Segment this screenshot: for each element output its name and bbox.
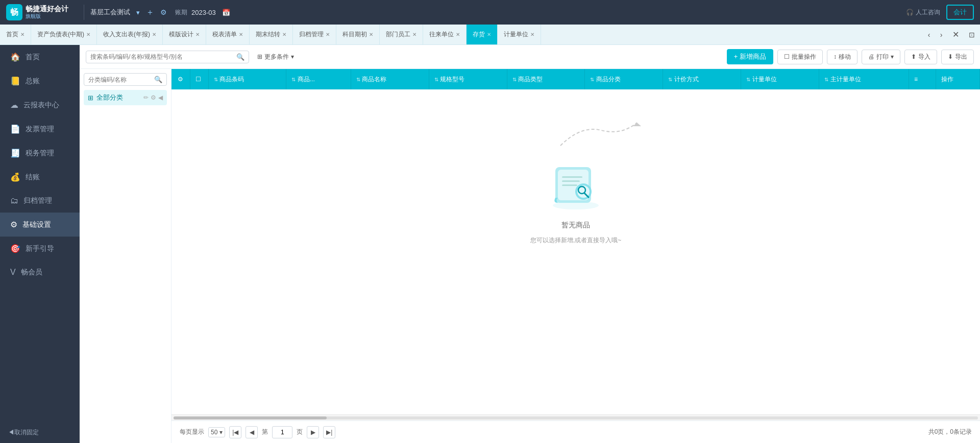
tab-next-button[interactable]: › <box>935 25 947 45</box>
company-dropdown[interactable]: ▾ <box>136 9 140 16</box>
prev-page-button[interactable]: ◀ <box>246 426 258 438</box>
next-page-button[interactable]: ▶ <box>307 426 319 438</box>
sidebar-item-archive-label: 归档管理 <box>23 196 52 205</box>
search-icon[interactable]: 🔍 <box>236 53 244 61</box>
sort-icon[interactable]: ⇅ <box>590 77 594 82</box>
add-product-button[interactable]: + 新增商品 <box>727 49 773 64</box>
category-collapse-icon[interactable]: ◀ <box>158 94 163 101</box>
sidebar-item-settlement-label: 结账 <box>26 173 40 182</box>
tab-close-tax-list[interactable]: ✕ <box>239 32 243 37</box>
sidebar-item-invoice[interactable]: 📄 发票管理 <box>0 117 80 141</box>
category-search-icon[interactable]: 🔍 <box>154 76 162 83</box>
category-settings-icon[interactable]: ⚙ <box>151 94 156 101</box>
sidebar-item-tax[interactable]: 🧾 税务管理 <box>0 141 80 165</box>
sort-icon[interactable]: ⇅ <box>434 77 438 82</box>
sidebar-item-home[interactable]: 🏠 首页 <box>0 45 80 69</box>
account-button[interactable]: 会计 <box>946 5 974 20</box>
tab-close-income[interactable]: ✕ <box>152 32 156 37</box>
more-filter-button[interactable]: ⊞ 更多条件 ▾ <box>253 51 298 63</box>
tab-prev-button[interactable]: ‹ <box>923 25 935 45</box>
tab-unit[interactable]: 计量单位 ✕ <box>498 25 541 44</box>
col-barcode: ⇅ 商品条码 <box>208 69 286 89</box>
sort-icon[interactable]: ⇅ <box>291 77 296 82</box>
category-edit-icon[interactable]: ✏ <box>143 94 149 101</box>
tab-period-carry[interactable]: 期末结转 ✕ <box>250 25 293 44</box>
first-page-button[interactable]: |◀ <box>229 426 241 438</box>
empty-illustration <box>543 157 609 215</box>
per-page-select[interactable]: 50 ▾ <box>208 427 225 437</box>
tab-home[interactable]: 首页 ✕ <box>0 25 31 44</box>
period-value: 2023-03 <box>191 9 216 16</box>
tab-tax-list[interactable]: 税表清单 ✕ <box>206 25 250 44</box>
tab-expand-button[interactable]: ⊡ <box>964 25 980 45</box>
page-label: 第 <box>262 428 268 436</box>
col-unit: ⇅ 计量单位 <box>741 69 819 89</box>
sidebar-item-ledger[interactable]: 📒 总账 <box>0 69 80 93</box>
table-scroll-container[interactable]: ⚙ ☐ ⇅ 商品条码 ⇅ 商品... ⇅ 商品名称 <box>172 69 980 414</box>
tab-close-balance[interactable]: ✕ <box>86 32 90 37</box>
scrollbar-thumb[interactable] <box>174 416 327 419</box>
tab-subject-init[interactable]: 科目期初 ✕ <box>336 25 380 44</box>
guide-icon: 🎯 <box>10 244 20 253</box>
sidebar-item-member[interactable]: V 畅会员 <box>0 261 80 284</box>
tab-close-template[interactable]: ✕ <box>195 32 200 37</box>
tab-close-all-button[interactable]: ✕ <box>947 25 964 45</box>
page-number-input[interactable] <box>272 426 292 438</box>
settlement-icon: 💰 <box>10 172 20 182</box>
sidebar: 🏠 首页 📒 总账 ☁ 云报表中心 📄 发票管理 🧾 税务管理 💰 结账 🗂 归… <box>0 45 80 443</box>
add-tab-button[interactable]: ＋ <box>144 5 156 20</box>
top-bar: 畅 畅捷通好会计 旗舰版 基层工会测试 ▾ ＋ ⚙ 账期 2023-03 📅 🎧… <box>0 0 980 25</box>
tab-dept-staff[interactable]: 部门员工 ✕ <box>380 25 423 44</box>
tab-balance[interactable]: 资产负债表(中期) ✕ <box>31 25 97 44</box>
search-input[interactable] <box>90 53 233 60</box>
tab-inventory[interactable]: 存货 ✕ <box>467 25 498 44</box>
sort-icon[interactable]: ⇅ <box>214 77 218 82</box>
sidebar-item-archive[interactable]: 🗂 归档管理 <box>0 189 80 213</box>
sort-icon[interactable]: ⇅ <box>512 77 517 82</box>
sort-icon[interactable]: ⇅ <box>668 77 672 82</box>
move-button[interactable]: ↕ 移动 <box>827 50 857 64</box>
tab-close-dept-staff[interactable]: ✕ <box>412 32 416 37</box>
calendar-icon[interactable]: 📅 <box>222 9 230 16</box>
sidebar-item-reports[interactable]: ☁ 云报表中心 <box>0 93 80 117</box>
col-settings[interactable]: ⚙ <box>172 69 190 89</box>
sort-icon[interactable]: ⇅ <box>746 77 750 82</box>
export-button[interactable]: ⬇ 导出 <box>941 50 974 64</box>
import-icon: ⬆ <box>911 53 916 60</box>
print-button[interactable]: 🖨 打印 ▾ <box>862 50 900 64</box>
sidebar-unpin-button[interactable]: ◀取消固定 <box>0 422 80 443</box>
tab-close-archive[interactable]: ✕ <box>326 32 330 37</box>
last-page-button[interactable]: ▶| <box>323 426 335 438</box>
tab-close-home[interactable]: ✕ <box>20 32 24 37</box>
sidebar-bottom-label: ◀取消固定 <box>8 428 39 437</box>
sort-icon[interactable]: ⇅ <box>824 77 828 82</box>
col-extra[interactable]: ≡ <box>909 69 936 89</box>
scrollbar-track <box>174 416 978 419</box>
tab-template[interactable]: 模版设计 ✕ <box>163 25 206 44</box>
content-area: 🔍 ⊞ 更多条件 ▾ + 新增商品 ☐ 批量操作 ↕ 移动 <box>80 45 980 443</box>
sidebar-item-guide[interactable]: 🎯 新手引导 <box>0 237 80 261</box>
category-sidebar: 🔍 ⊞ 全部分类 ✏ ⚙ ◀ <box>80 69 172 443</box>
category-all-item[interactable]: ⊞ 全部分类 ✏ ⚙ ◀ <box>84 90 167 105</box>
import-button[interactable]: ⬆ 导入 <box>904 50 937 64</box>
company-name: 基层工会测试 <box>90 8 130 17</box>
category-search-input[interactable] <box>88 76 152 83</box>
tab-close-inventory[interactable]: ✕ <box>487 32 491 37</box>
col-checkbox[interactable]: ☐ <box>190 69 208 89</box>
sidebar-item-basic[interactable]: ⚙ 基础设置 <box>0 213 80 237</box>
sort-icon[interactable]: ⇅ <box>356 77 360 82</box>
help-button[interactable]: 🎧 人工咨询 <box>906 8 940 17</box>
tab-close-subject-init[interactable]: ✕ <box>369 32 373 37</box>
print-dropdown-icon: ▾ <box>891 53 894 60</box>
tab-archive[interactable]: 归档管理 ✕ <box>293 25 336 44</box>
horizontal-scrollbar[interactable] <box>172 414 980 421</box>
tab-close-contacts[interactable]: ✕ <box>456 32 460 37</box>
tab-contacts[interactable]: 往来单位 ✕ <box>423 25 467 44</box>
col-action: 操作 <box>936 69 980 89</box>
tab-close-period-carry[interactable]: ✕ <box>282 32 286 37</box>
tab-close-unit[interactable]: ✕ <box>530 32 534 37</box>
tab-income[interactable]: 收入支出表(年报) ✕ <box>97 25 163 44</box>
settings-icon[interactable]: ⚙ <box>160 8 167 16</box>
sidebar-item-settlement[interactable]: 💰 结账 <box>0 165 80 189</box>
batch-operation-button[interactable]: ☐ 批量操作 <box>777 50 823 64</box>
